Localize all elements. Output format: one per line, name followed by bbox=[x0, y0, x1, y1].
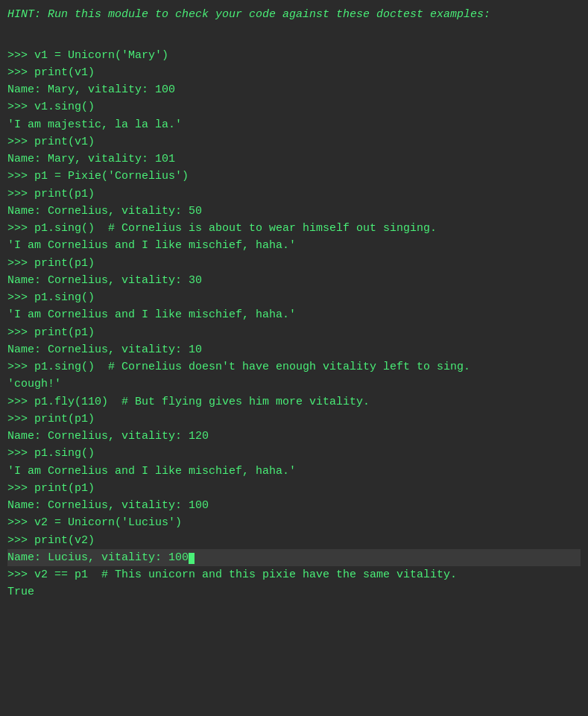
code-line: >>> p1.sing() bbox=[7, 289, 581, 306]
code-line: Name: Cornelius, vitality: 120 bbox=[7, 428, 581, 445]
code-line: 'I am Cornelius and I like mischief, hah… bbox=[7, 237, 581, 254]
code-line: Name: Cornelius, vitality: 50 bbox=[7, 203, 581, 220]
code-line: 'I am majestic, la la la.' bbox=[7, 116, 581, 133]
code-lines: >>> v1 = Unicorn('Mary')>>> print(v1)Nam… bbox=[7, 47, 581, 601]
code-line: >>> v2 = Unicorn('Lucius') bbox=[7, 514, 581, 531]
code-line: >>> print(p1) bbox=[7, 186, 581, 203]
code-line: Name: Mary, vitality: 101 bbox=[7, 151, 581, 168]
code-line: >>> v1.sing() bbox=[7, 98, 581, 115]
code-line: >>> p1.sing() # Cornelius doesn't have e… bbox=[7, 358, 581, 376]
code-line: True bbox=[7, 583, 581, 601]
code-line: Name: Lucius, vitality: 100 bbox=[7, 549, 581, 566]
blank-line bbox=[7, 29, 581, 46]
code-line: >>> print(v2) bbox=[7, 532, 581, 549]
hint-text: HINT: Run this module to check your code… bbox=[7, 6, 581, 23]
terminal: HINT: Run this module to check your code… bbox=[7, 6, 581, 601]
code-line: >>> print(p1) bbox=[7, 411, 581, 428]
code-line: >>> p1.sing() bbox=[7, 445, 581, 462]
code-line: >>> print(v1) bbox=[7, 64, 581, 81]
code-line: Name: Mary, vitality: 100 bbox=[7, 81, 581, 98]
code-line: 'cough!' bbox=[7, 376, 581, 393]
code-line: >>> print(v1) bbox=[7, 133, 581, 151]
code-line: >>> print(p1) bbox=[7, 480, 581, 497]
code-line: Name: Cornelius, vitality: 100 bbox=[7, 497, 581, 514]
code-line: >>> p1.sing() # Cornelius is about to we… bbox=[7, 220, 581, 237]
code-line: >>> p1 = Pixie('Cornelius') bbox=[7, 168, 581, 185]
code-line: >>> p1.fly(110) # But flying gives him m… bbox=[7, 393, 581, 411]
code-line: 'I am Cornelius and I like mischief, hah… bbox=[7, 463, 581, 480]
code-line: Name: Cornelius, vitality: 10 bbox=[7, 341, 581, 358]
code-line: >>> v1 = Unicorn('Mary') bbox=[7, 47, 581, 64]
code-line: Name: Cornelius, vitality: 30 bbox=[7, 272, 581, 289]
code-line: 'I am Cornelius and I like mischief, hah… bbox=[7, 306, 581, 323]
terminal-cursor bbox=[189, 553, 195, 564]
code-line: >>> print(p1) bbox=[7, 255, 581, 272]
code-line: >>> print(p1) bbox=[7, 324, 581, 341]
code-line: >>> v2 == p1 # This unicorn and this pix… bbox=[7, 566, 581, 583]
